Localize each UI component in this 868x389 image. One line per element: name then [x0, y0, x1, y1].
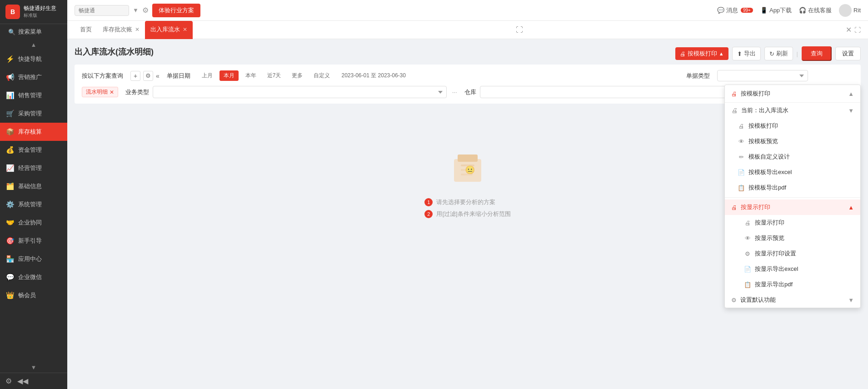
filter-tag[interactable]: 流水明细 ✕ — [82, 87, 118, 97]
user-avatar-item[interactable]: Rit — [839, 4, 861, 17]
svg-text:😐: 😐 — [465, 165, 475, 175]
date-btn-this-year[interactable]: 本年 — [241, 70, 260, 81]
nav-icon-purchase: 🛒 — [5, 109, 15, 118]
sidebar-item-guide[interactable]: 🎯 新手引导 — [0, 232, 67, 250]
online-service-item[interactable]: 🎧 在线客服 — [799, 6, 832, 15]
sidebar-item-inventory[interactable]: 📦 库存核算 — [0, 123, 67, 141]
sidebar-item-system[interactable]: ⚙️ 系统管理 — [0, 195, 67, 214]
logo-name: 畅捷通好生意 — [24, 5, 56, 12]
dropdown-item-template-excel[interactable]: 📄 按模板导出excel — [725, 165, 860, 180]
settings-button[interactable]: 设置 — [835, 47, 861, 60]
dropdown-display-section-header[interactable]: 🖨 按显示打印 ▲ — [725, 199, 860, 215]
sidebar-item-operation[interactable]: 📈 经营管理 — [0, 159, 67, 177]
filter-add-button[interactable]: + — [130, 71, 140, 81]
tip-text-2: 用[过滤]条件来缩小分析范围 — [436, 210, 510, 218]
app-download-item[interactable]: 📱 App下载 — [760, 6, 792, 15]
tab-expand-icon[interactable]: ⛶ — [516, 26, 523, 34]
message-item[interactable]: 💬 消息 99+ — [717, 6, 753, 15]
dropdown-printer-icon: 🖨 — [731, 90, 737, 97]
nav-icon-inventory: 📦 — [5, 127, 15, 136]
empty-tip-2: 2 用[过滤]条件来缩小分析范围 — [424, 210, 510, 218]
sidebar-item-wechat[interactable]: 💬 企业微信 — [0, 268, 67, 286]
dropdown-item-template-pdf[interactable]: 📋 按模板导出pdf — [725, 180, 860, 195]
print-template-button[interactable]: 🖨 按模板打印 ▲ — [675, 47, 728, 60]
sidebar-item-member[interactable]: 👑 畅会员 — [0, 286, 67, 304]
sidebar-item-marketing[interactable]: 📢 营销推广 — [0, 68, 67, 86]
dropdown-current-arrow[interactable]: ▼ — [848, 107, 854, 114]
nav-icon-finance: 💰 — [5, 145, 15, 155]
online-service-label: 在线客服 — [808, 6, 832, 15]
display-section-arrow[interactable]: ▲ — [848, 204, 854, 211]
topbar-gear-icon[interactable]: ⚙ — [142, 6, 149, 15]
export-button[interactable]: ⬆ 导出 — [732, 47, 761, 60]
biz-type-select[interactable] — [153, 86, 447, 98]
sidebar-scroll-up[interactable]: ▲ — [0, 40, 67, 50]
sidebar-item-purchase[interactable]: 🛒 采购管理 — [0, 105, 67, 123]
sidebar-item-sales[interactable]: 📊 销售管理 — [0, 86, 67, 105]
date-btn-custom[interactable]: 自定义 — [309, 70, 334, 81]
nav-label-sales: 销售管理 — [18, 91, 42, 100]
sidebar-item-collab[interactable]: 🤝 企业协同 — [0, 214, 67, 232]
tab-window-close[interactable]: ✕ — [846, 25, 852, 34]
biz-type-label: 业务类型 — [125, 88, 149, 96]
date-btn-this-month[interactable]: 本月 — [219, 70, 239, 81]
current-print-icon: 🖨 — [731, 107, 738, 114]
tab-home[interactable]: 首页 — [75, 21, 97, 39]
dropdown-footer[interactable]: ⚙ 设置默认功能 ▼ — [725, 292, 860, 308]
dropdown-item-template-print[interactable]: 🖨 按模板打印 — [725, 118, 860, 134]
dropdown-up-arrow[interactable]: ▲ — [848, 90, 854, 97]
query-button[interactable]: 查询 — [802, 46, 832, 61]
tab-batch-label: 库存批次账 — [103, 25, 132, 34]
app-download-icon: 📱 — [760, 7, 768, 14]
dropdown-current-item[interactable]: 🖨 当前：出入库流水 ▼ — [725, 103, 860, 118]
sidebar-item-quick-nav[interactable]: ⚡ 快捷导航 — [0, 50, 67, 68]
tag-close-icon[interactable]: ✕ — [110, 89, 114, 95]
tab-flow-close[interactable]: ✕ — [183, 26, 187, 33]
sidebar-item-finance[interactable]: 💰 资金管理 — [0, 141, 67, 159]
message-label: 消息 — [726, 6, 738, 15]
nav-label-wechat: 企业微信 — [18, 273, 42, 281]
topbar-search-input[interactable] — [75, 5, 129, 16]
dropdown-item-display-preview[interactable]: 👁 按显示预览 — [731, 230, 860, 246]
collapse-sidebar-icon[interactable]: ◀◀ — [17, 377, 28, 385]
dropdown-item-template-preview[interactable]: 👁 按模板预览 — [725, 134, 860, 149]
dropdown-item-display-pdf[interactable]: 📋 按显示导出pdf — [731, 277, 860, 292]
refresh-button[interactable]: ↻ 刷新 — [764, 47, 793, 60]
nav-label-inventory: 库存核算 — [18, 128, 42, 136]
date-btn-more[interactable]: 更多 — [288, 70, 307, 81]
sidebar-item-basic[interactable]: 🗂️ 基础信息 — [0, 177, 67, 195]
display-settings-label: 按显示打印设置 — [755, 249, 796, 258]
dropdown-footer-left: ⚙ 设置默认功能 — [731, 296, 776, 304]
settings-bottom-icon[interactable]: ⚙ — [5, 377, 12, 385]
dropdown-current-left: 🖨 当前：出入库流水 — [731, 106, 788, 115]
sidebar-scroll-down[interactable]: ▼ — [0, 362, 67, 373]
dropdown-item-display-excel[interactable]: 📄 按显示导出excel — [731, 261, 860, 277]
date-btn-7days[interactable]: 近7天 — [263, 70, 285, 81]
sidebar-nav: ⚡ 快捷导航 📢 营销推广 📊 销售管理 🛒 采购管理 📦 库存核算 💰 资金管… — [0, 50, 67, 362]
tab-window-expand[interactable]: ⛶ — [854, 26, 861, 34]
date-btn-last-month[interactable]: 上月 — [198, 70, 217, 81]
display-section-title: 按显示打印 — [741, 203, 770, 211]
nav-label-basic: 基础信息 — [18, 182, 42, 190]
nav-label-system: 系统管理 — [18, 200, 42, 209]
display-section-left: 🖨 按显示打印 — [731, 203, 770, 211]
dropdown-item-display-settings[interactable]: ⚙ 按显示打印设置 — [731, 246, 860, 261]
sidebar-item-appstore[interactable]: 🏪 应用中心 — [0, 250, 67, 268]
sidebar-search[interactable]: 🔍 搜索菜单 — [0, 24, 67, 40]
topbar-dropdown-arrow[interactable]: ▼ — [133, 7, 139, 14]
tab-batch[interactable]: 库存批次账 ✕ — [97, 21, 145, 39]
type-filter-select[interactable] — [717, 70, 808, 81]
tab-flow[interactable]: 出入库流水 ✕ — [145, 21, 193, 39]
dropdown-item-display-print[interactable]: 🖨 按显示打印 — [731, 215, 860, 230]
tab-batch-close[interactable]: ✕ — [135, 26, 140, 33]
filter-setting-button[interactable]: ⚙ — [143, 71, 153, 81]
footer-arrow[interactable]: ▼ — [848, 297, 854, 304]
trial-button[interactable]: 体验行业方案 — [152, 4, 200, 17]
dropdown-header-left: 🖨 按模板打印 — [731, 90, 770, 98]
template-pdf-icon: 📋 — [738, 184, 745, 191]
type-filter-label: 单据类型 — [686, 72, 710, 80]
filter-collapse-button[interactable]: « — [156, 72, 160, 80]
biz-type-more[interactable]: ··· — [452, 89, 457, 95]
tip-text-1: 请先选择要分析的方案 — [436, 198, 495, 206]
dropdown-item-template-custom[interactable]: ✏ 模板自定义设计 — [725, 149, 860, 165]
